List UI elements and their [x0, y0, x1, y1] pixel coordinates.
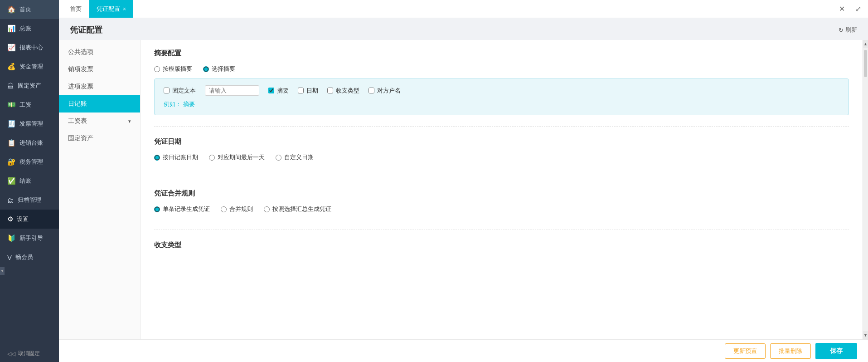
sidebar-item-7[interactable]: 📋进销台账 [0, 133, 59, 152]
tab-close-button[interactable]: × [123, 6, 126, 12]
left-nav-item-销项发票[interactable]: 销项发票 [59, 61, 140, 78]
merge-rules-radio-group: 单条记录生成凭证 合并规则 按照选择汇总生成凭证 [154, 205, 849, 213]
radio-last-day-of-period[interactable]: 对应期间最后一天 [209, 153, 265, 161]
radio-merge-rule-input[interactable] [221, 206, 227, 212]
radio-single-record[interactable]: 单条记录生成凭证 [154, 205, 210, 213]
receipt-type-title: 收支类型 [154, 241, 849, 249]
sidebar-label-6: 发票管理 [19, 120, 43, 128]
radio-single-record-input[interactable] [154, 206, 160, 212]
checkbox-summary[interactable]: 摘要 [268, 87, 289, 95]
radio-template-summary-input[interactable] [154, 66, 160, 72]
radio-merge-rule[interactable]: 合并规则 [221, 205, 253, 213]
sidebar-label-7: 进销台账 [19, 139, 43, 147]
page-content: 凭证配置 ↻ 刷新 公共选项销项发票进项发票日记账工资表▾固定资产 摘要配置 按… [59, 18, 868, 362]
checkbox-counterpart-name-input[interactable] [369, 88, 374, 93]
scroll-up-btn[interactable]: ▲ [863, 40, 868, 48]
scroll-down-btn[interactable]: ▼ [863, 331, 868, 339]
sidebar-item-0[interactable]: 🏠首页 [0, 0, 59, 19]
sidebar-item-2[interactable]: 📈报表中心 [0, 38, 59, 57]
sidebar-icon-9: ✅ [7, 177, 16, 185]
radio-by-journal-date-input[interactable] [154, 155, 160, 161]
sidebar-item-3[interactable]: 💰资金管理 [0, 57, 59, 76]
fixed-text-input[interactable] [205, 85, 259, 96]
checkbox-summary-input[interactable] [268, 88, 274, 93]
sidebar-item-12[interactable]: 🔰新手引导 [0, 229, 59, 248]
radio-summary-by-selection[interactable]: 按照选择汇总生成凭证 [264, 205, 331, 213]
summary-checkbox-row: 固定文本 摘要 日期 [164, 85, 839, 96]
sidebar-icon-3: 💰 [7, 63, 16, 71]
sidebar-label-12: 新手引导 [19, 234, 43, 242]
tab-bar: 首页 凭证配置 × ✕ ⤢ [59, 0, 868, 18]
checkbox-income-type-label: 收支类型 [336, 87, 359, 95]
radio-by-journal-date[interactable]: 按日记账日期 [154, 153, 198, 161]
tab-home[interactable]: 首页 [63, 0, 89, 18]
update-preview-button[interactable]: 更新预置 [725, 343, 766, 359]
left-nav-item-固定资产[interactable]: 固定资产 [59, 130, 140, 147]
left-nav-item-日记账[interactable]: 日记账 [59, 95, 140, 113]
checkbox-date[interactable]: 日期 [298, 87, 318, 95]
left-nav-chevron-4: ▾ [128, 118, 131, 124]
tab-voucher-config[interactable]: 凭证配置 × [89, 0, 133, 18]
left-nav-label-2: 进项发票 [68, 83, 93, 91]
sidebar-item-8[interactable]: 🔐税务管理 [0, 152, 59, 171]
radio-select-summary-input[interactable] [203, 66, 209, 72]
batch-delete-button[interactable]: 批量删除 [770, 343, 811, 359]
sidebar-unpin-label: 取消固定 [18, 350, 40, 357]
radio-custom-date[interactable]: 自定义日期 [276, 153, 314, 161]
bottom-bar: 更新预置 批量删除 保存 [59, 339, 868, 362]
sidebar-unpin-button[interactable]: ◁◁ 取消固定 [0, 345, 59, 362]
radio-merge-rule-label: 合并规则 [229, 205, 253, 213]
save-button[interactable]: 保存 [815, 343, 857, 359]
radio-custom-date-input[interactable] [276, 155, 281, 161]
left-nav-label-5: 固定资产 [68, 134, 93, 142]
sidebar-label-4: 固定资产 [18, 82, 41, 90]
checkbox-date-input[interactable] [298, 88, 304, 93]
radio-summary-by-selection-input[interactable] [264, 206, 270, 212]
sidebar-item-9[interactable]: ✅结账 [0, 171, 59, 191]
example-value: 摘要 [183, 101, 195, 108]
left-nav-item-公共选项[interactable]: 公共选项 [59, 44, 140, 61]
sidebar-item-13[interactable]: V畅会员 [0, 248, 59, 267]
sidebar-item-10[interactable]: 🗂归档管理 [0, 191, 59, 210]
sidebar-scroll-down[interactable]: ▼ [0, 267, 5, 275]
sidebar-label-10: 归档管理 [18, 196, 41, 204]
checkbox-counterpart-name-label: 对方户名 [377, 87, 401, 95]
checkbox-counterpart-name[interactable]: 对方户名 [369, 87, 401, 95]
checkbox-income-type-input[interactable] [327, 88, 333, 93]
main-area: 首页 凭证配置 × ✕ ⤢ 凭证配置 ↻ 刷新 公共选项销项发票进 [59, 0, 868, 362]
sidebar-item-6[interactable]: 🧾发票管理 [0, 114, 59, 133]
refresh-label: 刷新 [845, 26, 857, 34]
radio-template-summary[interactable]: 按模版摘要 [154, 65, 192, 73]
radio-by-journal-date-label: 按日记账日期 [163, 153, 198, 161]
checkbox-income-type[interactable]: 收支类型 [327, 87, 359, 95]
checkbox-date-label: 日期 [306, 87, 318, 95]
receipt-type-section: 收支类型 [154, 241, 849, 268]
right-scrollbar: ▲ ▼ [863, 40, 868, 339]
sidebar-icon-0: 🏠 [7, 5, 16, 14]
content-layout: 公共选项销项发票进项发票日记账工资表▾固定资产 摘要配置 按模版摘要 选择摘要 [59, 40, 868, 339]
summary-config-section: 摘要配置 按模版摘要 选择摘要 [154, 49, 849, 127]
sidebar-label-2: 报表中心 [19, 44, 43, 52]
scroll-thumb[interactable] [864, 50, 867, 77]
resize-icon: ⤢ [855, 5, 861, 13]
summary-config-title: 摘要配置 [154, 49, 849, 58]
checkbox-fixed-text-input[interactable] [164, 88, 170, 93]
window-resize-button[interactable]: ⤢ [852, 3, 864, 15]
sidebar-item-1[interactable]: 📊总账 [0, 19, 59, 38]
radio-last-day-of-period-input[interactable] [209, 155, 215, 161]
left-nav-label-1: 销项发票 [68, 65, 93, 73]
merge-rules-title: 凭证合并规则 [154, 189, 849, 198]
radio-select-summary[interactable]: 选择摘要 [203, 65, 235, 73]
radio-select-summary-label: 选择摘要 [212, 65, 235, 73]
example-prefix: 例如： [164, 101, 181, 108]
left-nav-item-进项发票[interactable]: 进项发票 [59, 78, 140, 95]
window-close-button[interactable]: ✕ [835, 3, 848, 15]
refresh-button[interactable]: ↻ 刷新 [839, 26, 857, 34]
sidebar-item-5[interactable]: 💵工资 [0, 95, 59, 114]
sidebar-item-11[interactable]: ⚙设置 [0, 210, 59, 229]
left-nav-item-工资表[interactable]: 工资表▾ [59, 113, 140, 130]
sidebar-icon-4: 🏛 [7, 82, 14, 90]
checkbox-fixed-text[interactable]: 固定文本 [164, 87, 196, 95]
sidebar-icon-10: 🗂 [7, 196, 14, 204]
sidebar-item-4[interactable]: 🏛固定资产 [0, 76, 59, 95]
